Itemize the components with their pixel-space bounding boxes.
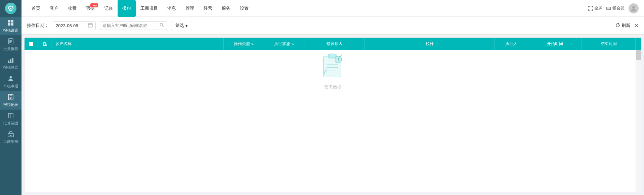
nav-item-shoufei[interactable]: 收费: [63, 0, 81, 17]
svg-point-13: [10, 76, 12, 78]
sidebar-label-piliangshuishui: 批量报税: [3, 47, 18, 51]
date-label: 操作日期：: [27, 23, 49, 29]
nav-item-xiaoxi[interactable]: 消息: [163, 0, 181, 17]
date-input[interactable]: [56, 23, 86, 28]
nav-label-shoufei: 收费: [68, 5, 77, 11]
nav-item-baoshui[interactable]: 报税: [118, 0, 136, 17]
nav-item-jizhang[interactable]: 记账: [99, 0, 118, 17]
scrollbar-header-spacer: [636, 38, 641, 50]
sidebar-label-huisuanqingjiao: 汇算清缴: [3, 121, 18, 125]
refresh-icon: [615, 23, 620, 29]
empty-illustration: !: [319, 50, 346, 80]
huisuanqingjiao-icon: [7, 112, 14, 120]
close-button[interactable]: ✕: [634, 23, 639, 29]
svg-rect-20: [607, 7, 611, 10]
svg-rect-19: [10, 135, 11, 136]
th-checkbox[interactable]: [25, 38, 38, 50]
chevron-down-icon: ▾: [185, 23, 188, 28]
sidebar-item-baoshuijilu[interactable]: 报税记录: [0, 91, 22, 110]
refresh-button[interactable]: 刷新: [615, 23, 630, 29]
th-optype[interactable]: 操作类型 ⇅: [224, 38, 264, 50]
th-label-name: 客户名称: [55, 41, 72, 47]
calendar-icon: [88, 23, 93, 29]
svg-rect-3: [8, 23, 10, 26]
nav-label-xiaoxi: 消息: [167, 5, 176, 11]
geshuishenbao-icon: [7, 75, 14, 83]
svg-rect-10: [10, 59, 11, 63]
member-btn[interactable]: 畅会员: [606, 5, 625, 11]
baoshuijilu-icon: [7, 94, 14, 102]
topnav-items: 首页 客户 收费 票据 new 记账 报税 工商项目 消息: [27, 0, 588, 17]
table-wrap: 客户名称 操作类型 ⇅ 执行状态 ⇅ 错误原因 税种 执行人: [24, 37, 641, 192]
select-all-checkbox[interactable]: [29, 42, 33, 46]
sidebar-item-geshuishenbao[interactable]: 个税申报: [0, 73, 22, 91]
sidebar-item-baoshuizonglan[interactable]: 报税总览: [0, 54, 22, 72]
date-input-wrap[interactable]: [53, 21, 96, 30]
sort-icon-status: ⇅: [291, 42, 294, 46]
fullscreen-btn[interactable]: 全屏: [588, 5, 602, 11]
search-icon: [160, 23, 164, 28]
nav-item-guanli[interactable]: 管理: [181, 0, 199, 17]
nav-item-gongshangxiangmu[interactable]: 工商项目: [136, 0, 163, 17]
th-label-status: 执行状态: [274, 41, 290, 47]
nav-label-jingying: 经营: [204, 5, 212, 11]
nav-item-shouye[interactable]: 首页: [27, 0, 45, 17]
baoshuishezhi-icon: [7, 20, 14, 27]
svg-rect-31: [331, 53, 334, 55]
th-label-starttime: 开始时间: [547, 41, 563, 47]
table-header: 客户名称 操作类型 ⇅ 执行状态 ⇅ 错误原因 税种 执行人: [25, 38, 641, 50]
th-label-tax: 税种: [426, 41, 434, 47]
nav-label-guanli: 管理: [185, 5, 194, 11]
search-input[interactable]: [103, 23, 158, 28]
nav-label-shouye: 首页: [32, 5, 40, 11]
nav-item-jingying[interactable]: 经营: [199, 0, 217, 17]
nav-item-shezhi[interactable]: 设置: [235, 0, 253, 17]
fullscreen-label: 全屏: [594, 5, 602, 11]
th-error: 错误原因: [304, 38, 365, 50]
th-label-exec: 执行人: [505, 41, 517, 47]
svg-rect-9: [8, 61, 9, 63]
baoshuizonglan-icon: [7, 56, 14, 64]
th-label-error: 错误原因: [327, 41, 343, 47]
topnav: 首页 客户 收费 票据 new 记账 报税 工商项目 消息: [22, 0, 644, 17]
app-logo: [5, 3, 16, 14]
th-gear[interactable]: [38, 38, 51, 50]
nav-item-fuwu[interactable]: 服务: [217, 0, 235, 17]
th-starttime: 开始时间: [528, 38, 582, 50]
sidebar-label-baoshuijilu: 报税记录: [3, 103, 18, 107]
sidebar-label-geshuishenbao: 个税申报: [3, 84, 18, 88]
sort-icon-optype: ⇅: [251, 42, 254, 46]
svg-rect-11: [12, 58, 13, 63]
sidebar-label-baoshuizonglan: 报税总览: [3, 65, 18, 70]
sidebar-item-huisuanqingjiao[interactable]: 汇算清缴: [0, 110, 22, 128]
svg-point-0: [10, 8, 11, 9]
nav-item-piao[interactable]: 票据 new: [81, 0, 99, 17]
scrollbar-thumb[interactable]: [636, 50, 641, 60]
svg-text:!: !: [337, 57, 339, 62]
main-area: 首页 客户 收费 票据 new 记账 报税 工商项目 消息: [22, 0, 644, 195]
svg-rect-4: [11, 23, 13, 26]
th-label-optype: 操作类型: [234, 41, 250, 47]
th-status[interactable]: 执行状态 ⇅: [264, 38, 304, 50]
member-label: 畅会员: [612, 5, 625, 11]
th-label-endtime: 结束时间: [601, 41, 617, 47]
table-body: ! 暂无数据: [25, 50, 641, 192]
nav-item-kehu[interactable]: 客户: [45, 0, 63, 17]
search-wrap[interactable]: [100, 21, 167, 30]
sidebar-item-piliangshuishui[interactable]: 批量报税: [0, 35, 22, 54]
scrollbar-track[interactable]: [636, 50, 641, 192]
nav-label-gongshangxiangmu: 工商项目: [140, 5, 158, 11]
svg-point-22: [632, 6, 635, 9]
nav-label-fuwu: 服务: [222, 5, 230, 11]
empty-text: 暂无数据: [324, 84, 342, 90]
nav-label-kehu: 客户: [50, 5, 58, 11]
svg-line-28: [163, 26, 164, 27]
nav-label-shezhi: 设置: [240, 5, 249, 11]
sidebar-item-baoshuishezhi[interactable]: 报税设置: [0, 17, 22, 35]
user-avatar[interactable]: [629, 3, 639, 13]
th-tax: 税种: [365, 38, 495, 50]
filter-button[interactable]: 筛选 ▾: [171, 21, 192, 30]
gongshangnianbaoo-icon: [7, 131, 14, 139]
filter-label: 筛选: [175, 23, 184, 29]
sidebar-item-gongshangnianbaoo[interactable]: 工商年报: [0, 128, 22, 147]
